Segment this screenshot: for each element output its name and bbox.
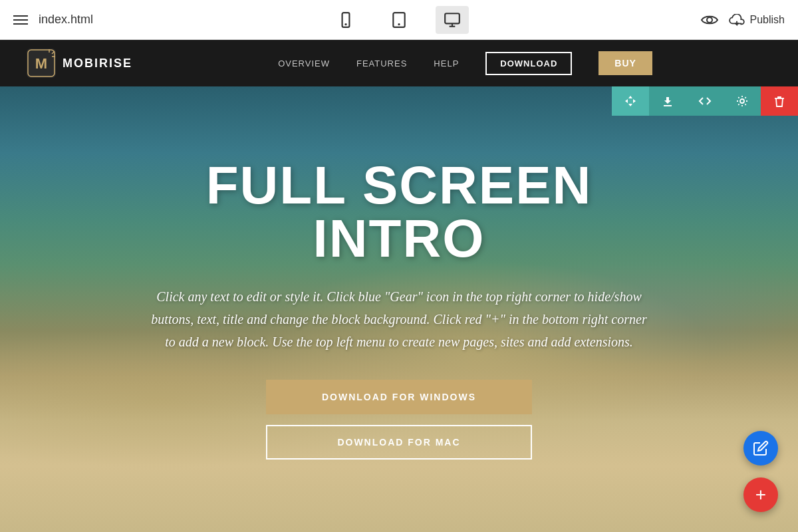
toolbar-left: index.html bbox=[13, 13, 93, 27]
nav-buy-button[interactable]: BUY bbox=[598, 51, 652, 75]
desktop-view-button[interactable] bbox=[436, 6, 469, 34]
block-toolbar bbox=[612, 86, 798, 116]
logo-icon: M bbox=[27, 49, 56, 78]
hero-title[interactable]: FULL SCREEN INTRO bbox=[150, 159, 648, 265]
fab-add-button[interactable]: + bbox=[743, 477, 778, 512]
preview-button[interactable] bbox=[701, 13, 718, 27]
hero-section: FULL SCREEN INTRO Click any text to edit… bbox=[0, 86, 798, 532]
fab-edit-button[interactable] bbox=[743, 431, 778, 466]
publish-label: Publish bbox=[750, 14, 785, 26]
hero-content: FULL SCREEN INTRO Click any text to edit… bbox=[123, 159, 675, 460]
mobile-view-button[interactable] bbox=[329, 6, 362, 34]
nav-download-button[interactable]: DOWNLOAD bbox=[485, 52, 572, 75]
tablet-view-button[interactable] bbox=[382, 6, 416, 34]
svg-text:M: M bbox=[35, 55, 47, 72]
nav-link-overview[interactable]: OVERVIEW bbox=[278, 59, 330, 68]
nav-link-help[interactable]: HELP bbox=[434, 59, 459, 68]
block-settings-button[interactable] bbox=[724, 86, 761, 116]
svg-point-7 bbox=[707, 17, 712, 23]
nav-link-features[interactable]: FEATURES bbox=[356, 59, 407, 68]
site-logo: M MOBIRISE bbox=[27, 49, 132, 78]
svg-point-14 bbox=[740, 99, 744, 103]
device-switcher bbox=[329, 6, 469, 34]
hero-title-line1: FULL SCREEN bbox=[206, 156, 593, 215]
hero-subtitle[interactable]: Click any text to edit or style it. Clic… bbox=[150, 285, 648, 353]
svg-rect-4 bbox=[445, 13, 460, 23]
hero-title-line2: INTRO bbox=[313, 209, 485, 268]
hero-download-mac-button[interactable]: DOWNLOAD FOR MAC bbox=[266, 425, 532, 460]
block-delete-button[interactable] bbox=[761, 86, 798, 116]
fab-add-icon: + bbox=[755, 484, 766, 505]
file-name: index.html bbox=[39, 13, 93, 27]
hero-download-windows-button[interactable]: DOWNLOAD FOR WINDOWS bbox=[266, 380, 532, 414]
top-toolbar: index.html bbox=[0, 0, 798, 40]
site-nav-links: OVERVIEW FEATURES HELP DOWNLOAD BUY bbox=[159, 51, 771, 75]
block-download-button[interactable] bbox=[649, 86, 686, 116]
website-area: M MOBIRISE OVERVIEW FEATURES HELP DOWNLO… bbox=[0, 40, 798, 532]
block-move-button[interactable] bbox=[612, 86, 649, 116]
site-navigation: M MOBIRISE OVERVIEW FEATURES HELP DOWNLO… bbox=[0, 40, 798, 86]
hamburger-menu-icon[interactable] bbox=[13, 15, 28, 25]
publish-button[interactable]: Publish bbox=[729, 14, 785, 26]
logo-text: MOBIRISE bbox=[63, 57, 132, 70]
block-code-button[interactable] bbox=[686, 86, 724, 116]
toolbar-right: Publish bbox=[701, 13, 785, 27]
